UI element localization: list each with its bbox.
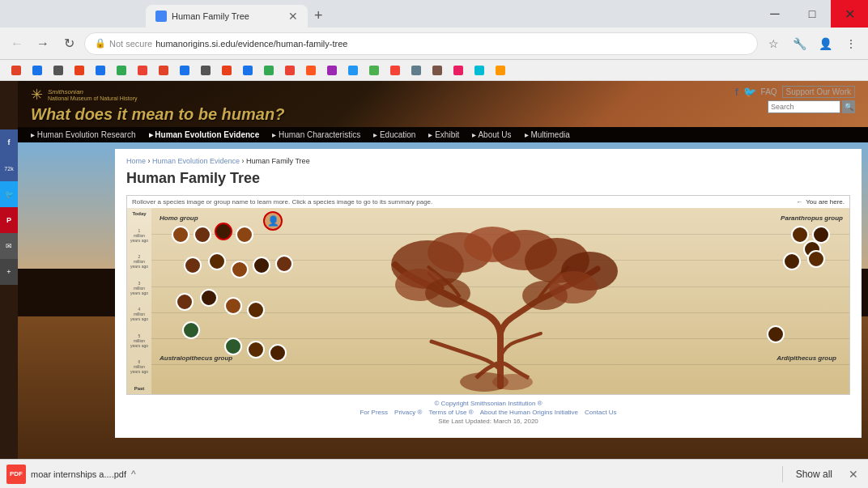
- mid-portrait-6[interactable]: [783, 252, 801, 270]
- bookmark-8[interactable]: [154, 62, 173, 79]
- nav-human-evolution-research[interactable]: ▸ Human Evolution Research: [24, 127, 143, 142]
- minimize-button[interactable]: ─: [756, 0, 794, 28]
- svg-point-11: [492, 374, 533, 390]
- header-facebook-icon[interactable]: f: [735, 86, 738, 98]
- header-faq-link[interactable]: FAQ: [761, 87, 777, 96]
- page-title: Human Family Tree: [126, 170, 850, 187]
- footer-about[interactable]: About the Human Origins Initiative: [480, 409, 578, 416]
- bookmark-4[interactable]: [70, 62, 89, 79]
- smithsonian-name: Smithsonian: [48, 88, 138, 95]
- nav-exhibit[interactable]: ▸ Exhibit: [422, 127, 466, 142]
- footer-privacy[interactable]: Privacy ®: [394, 409, 422, 416]
- homo-portrait-3[interactable]: [215, 223, 232, 240]
- homo-portrait-2[interactable]: [194, 226, 211, 244]
- bookmark-24[interactable]: [491, 62, 510, 79]
- breadcrumb-current: Human Family Tree: [246, 157, 310, 165]
- footer-contact[interactable]: Contact Us: [585, 409, 617, 416]
- homo-sapiens-portrait[interactable]: 👤: [263, 211, 283, 231]
- menu-button[interactable]: ⋮: [840, 33, 862, 54]
- lower-portrait-4[interactable]: [247, 301, 265, 319]
- address-bar: ← → ↻ 🔒 Not secure humanorigins.si.edu/e…: [0, 28, 868, 60]
- bookmark-10[interactable]: [196, 62, 215, 79]
- nav-human-characteristics[interactable]: ▸ Human Characteristics: [266, 127, 367, 142]
- ardipithecus-portrait-1[interactable]: [767, 325, 785, 343]
- download-bar-close-button[interactable]: ✕: [845, 465, 862, 484]
- profile-button[interactable]: 👤: [815, 33, 836, 54]
- bookmark-3[interactable]: [49, 62, 68, 79]
- mid-portrait-1[interactable]: [184, 257, 202, 274]
- breadcrumb-home[interactable]: Home: [126, 157, 146, 165]
- header-twitter-icon[interactable]: 🐦: [743, 86, 756, 98]
- more-share-button[interactable]: +: [0, 259, 18, 285]
- close-button[interactable]: ✕: [831, 0, 868, 28]
- mid-portrait-3[interactable]: [231, 261, 249, 278]
- bottom-portrait-2[interactable]: [247, 341, 265, 359]
- paranthropus-portrait-1[interactable]: [791, 226, 809, 244]
- browser-tab[interactable]: Human Family Tree ✕: [146, 5, 308, 28]
- bookmark-23[interactable]: [470, 62, 489, 79]
- lower-portrait-2[interactable]: [200, 289, 218, 307]
- site-search-input[interactable]: [768, 100, 840, 113]
- facebook-share-button[interactable]: f: [0, 129, 18, 155]
- breadcrumb-section[interactable]: Human Evolution Evidence: [152, 157, 240, 165]
- lower-portrait-1[interactable]: [176, 293, 194, 311]
- bookmark-6[interactable]: [112, 62, 131, 79]
- homo-portrait-1[interactable]: [172, 226, 189, 244]
- bookmark-7[interactable]: [133, 62, 152, 79]
- smithsonian-museum: National Museum of Natural History: [48, 95, 138, 101]
- forward-button[interactable]: →: [32, 33, 53, 54]
- bookmark-17[interactable]: [343, 62, 363, 79]
- bookmark-18[interactable]: [364, 62, 384, 79]
- bookmark-13[interactable]: [259, 62, 279, 79]
- breadcrumb: Home › Human Evolution Evidence › Human …: [126, 157, 850, 165]
- tab-close-button[interactable]: ✕: [288, 10, 298, 23]
- bookmark-19[interactable]: [385, 62, 405, 79]
- bookmark-9[interactable]: [175, 62, 194, 79]
- bookmark-15[interactable]: [301, 62, 321, 79]
- footer-updated: Site Last Updated: March 16, 2020: [131, 418, 845, 425]
- twitter-share-button[interactable]: 🐦: [0, 181, 18, 207]
- new-tab-button[interactable]: +: [314, 7, 323, 28]
- bottom-portrait-3[interactable]: [269, 344, 287, 362]
- pinterest-share-button[interactable]: P: [0, 207, 18, 233]
- bookmark-5[interactable]: [91, 62, 110, 79]
- mid-portrait-5[interactable]: [275, 255, 293, 273]
- support-button[interactable]: Support Our Work: [782, 86, 855, 98]
- mid-portrait-7[interactable]: [807, 250, 825, 268]
- bookmark-14[interactable]: [280, 62, 300, 79]
- download-expand-button[interactable]: ^: [131, 469, 136, 480]
- nav-about-us[interactable]: ▸ About Us: [466, 127, 517, 142]
- download-divider: [782, 466, 783, 482]
- nav-education[interactable]: ▸ Education: [367, 127, 422, 142]
- extensions-button[interactable]: 🔧: [789, 33, 810, 54]
- tab-favicon: [155, 11, 167, 22]
- bookmark-star-button[interactable]: ☆: [763, 33, 784, 54]
- bookmark-21[interactable]: [428, 62, 447, 79]
- nav-multimedia[interactable]: ▸ Multimedia: [518, 127, 577, 142]
- email-share-button[interactable]: ✉: [0, 233, 18, 259]
- footer-press[interactable]: For Press: [360, 409, 388, 416]
- mid-portrait-4[interactable]: [253, 257, 270, 274]
- homo-portrait-4[interactable]: [236, 226, 253, 244]
- bookmark-1[interactable]: [6, 62, 26, 79]
- bookmark-11[interactable]: [217, 62, 236, 79]
- site-search-button[interactable]: 🔍: [842, 100, 855, 113]
- bookmark-2[interactable]: [28, 62, 47, 79]
- back-button[interactable]: ←: [6, 33, 28, 54]
- maximize-button[interactable]: □: [794, 0, 831, 28]
- address-input[interactable]: 🔒 Not secure humanorigins.si.edu/evidenc…: [84, 32, 758, 55]
- bookmark-16[interactable]: [322, 62, 342, 79]
- bottom-portrait-1[interactable]: [224, 337, 242, 355]
- show-all-button[interactable]: Show all: [789, 465, 839, 483]
- site-main-title: What does it mean to be human?: [31, 105, 284, 124]
- lower-portrait-3[interactable]: [224, 297, 242, 315]
- nav-human-evolution-evidence[interactable]: ▸ Human Evolution Evidence: [143, 127, 266, 142]
- bookmark-12[interactable]: [238, 62, 257, 79]
- bookmark-20[interactable]: [406, 62, 426, 79]
- reload-button[interactable]: ↻: [58, 33, 79, 54]
- australopithecus-portrait[interactable]: [182, 321, 200, 339]
- mid-portrait-2[interactable]: [208, 252, 226, 270]
- bookmark-22[interactable]: [449, 62, 468, 79]
- footer-terms[interactable]: Terms of Use ®: [428, 409, 473, 416]
- browser-frame: Human Family Tree ✕ + ─ □ ✕ ← → ↻ 🔒 Not …: [0, 0, 868, 488]
